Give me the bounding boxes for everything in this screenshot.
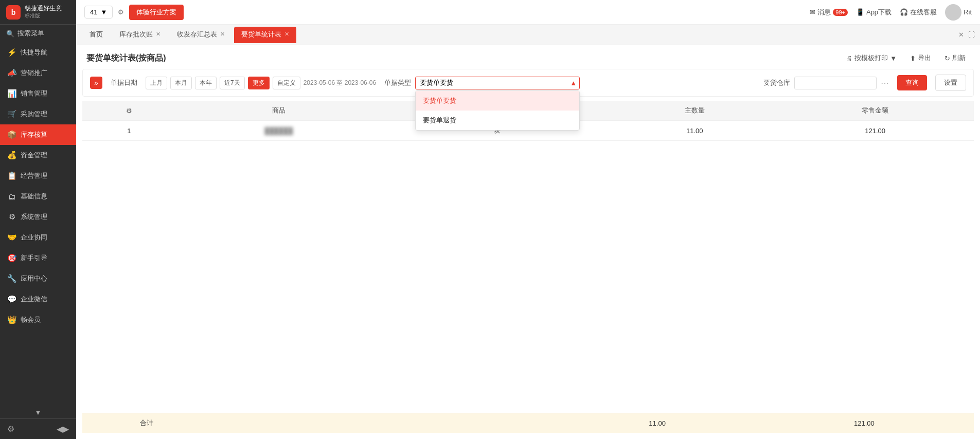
filter-row: » 单据日期 上月 本月 本年 近7天 更多 自定义 2023-05-06 至 … (90, 75, 966, 91)
sidebar-item-marketing[interactable]: 📣 营销推广 (0, 63, 76, 83)
basic-icon: 🗂 (7, 192, 16, 201)
page-title: 要货单统计表(按商品) (86, 53, 166, 64)
sidebar-item-inventory[interactable]: 📦 库存核算 (0, 124, 76, 145)
quick-icon: ⚡ (7, 48, 16, 57)
sidebar-item-label: 资金管理 (21, 151, 47, 160)
download-icon: 📱 (856, 8, 864, 16)
refresh-button[interactable]: ↻ 刷新 (940, 51, 970, 65)
cell-quantity: 11.00 (613, 121, 776, 141)
search-icon: 🔍 (6, 30, 14, 38)
sidebar-item-member[interactable]: 👑 畅会员 (0, 309, 76, 330)
sidebar-item-purchase[interactable]: 🛒 采购管理 (0, 104, 76, 124)
inventory-icon: 📦 (7, 130, 16, 139)
sidebar: b 畅捷通好生意 标准版 🔍 搜索菜单 ⚡ 快捷导航 📣 营销推广 📊 销售管理… (0, 0, 76, 439)
filter-expand-button[interactable]: » (90, 77, 102, 89)
tabbar-right: ✕ ⛶ (958, 31, 975, 39)
settings-button[interactable]: 设置 (935, 75, 966, 91)
tab-receive-summary[interactable]: 收发存汇总表 ✕ (170, 27, 232, 43)
app-logo: b 畅捷通好生意 标准版 (0, 0, 76, 25)
settings-icon[interactable]: ⚙ (7, 424, 14, 434)
sidebar-item-finance[interactable]: 💰 资金管理 (0, 145, 76, 166)
table-settings-icon[interactable]: ⚙ (126, 107, 132, 115)
message-icon: ✉ (810, 8, 815, 16)
close-all-icon[interactable]: ✕ (958, 31, 964, 39)
sidebar-item-basic[interactable]: 🗂 基础信息 (0, 186, 76, 207)
cell-product: ██████ (176, 121, 382, 141)
user-avatar[interactable]: Rit (945, 4, 972, 21)
type-filter-group: 单据类型 ▲ 要货单要货 要货单退货 (384, 77, 755, 89)
system-icon: ⚙ (7, 212, 16, 222)
sidebar-item-system[interactable]: ⚙ 系统管理 (0, 207, 76, 227)
tab-home[interactable]: 首页 (82, 27, 110, 43)
online-service-label: 在线客服 (910, 8, 937, 17)
sidebar-bottom: ⚙ ◀▶ (0, 418, 76, 439)
tab-inventory-batch-close[interactable]: ✕ (156, 31, 161, 38)
online-service-button[interactable]: 🎧 在线客服 (900, 8, 937, 17)
footer-amount: 121.00 (761, 419, 968, 427)
topbar: 41 ▼ ⚙ 体验行业方案 ✉ 消息 99+ 📱 App下载 🎧 在线客服 R (76, 0, 980, 25)
date-btn-this-month[interactable]: 本月 (170, 77, 192, 89)
sidebar-nav: ⚡ 快捷导航 📣 营销推广 📊 销售管理 🛒 采购管理 📦 库存核算 💰 资金管… (0, 42, 76, 407)
date-filter-group: 上月 本月 本年 近7天 更多 自定义 2023-05-06 至 2023-06… (146, 77, 376, 89)
wechat-icon: 💬 (7, 295, 16, 304)
message-button[interactable]: ✉ 消息 99+ (810, 8, 848, 17)
sidebar-item-label: 企业微信 (21, 295, 47, 304)
tab-receive-summary-label: 收发存汇总表 (177, 30, 217, 39)
chevron-up-icon[interactable]: ▲ (570, 79, 577, 87)
sidebar-item-label: 快捷导航 (21, 48, 47, 57)
date-btn-7days[interactable]: 近7天 (220, 77, 245, 89)
query-button[interactable]: 查询 (897, 75, 927, 90)
gear-icon[interactable]: ⚙ (118, 8, 124, 16)
collapse-icon[interactable]: ◀▶ (57, 424, 69, 434)
sidebar-item-enterprise[interactable]: 🤝 企业协同 (0, 227, 76, 248)
dropdown-item-order-return[interactable]: 要货单退货 (416, 111, 579, 130)
product-name: ██████ (264, 127, 293, 135)
date-range-display: 2023-05-06 至 2023-06-06 (304, 79, 376, 87)
sidebar-item-label: 营销推广 (21, 68, 47, 78)
tab-inventory-batch[interactable]: 库存批次账 ✕ (112, 27, 168, 43)
print-button[interactable]: 🖨 按模板打印 ▼ (842, 51, 901, 65)
topbar-left: 41 ▼ ⚙ 体验行业方案 (84, 5, 184, 20)
logo-icon: b (6, 5, 21, 20)
store-selector[interactable]: 41 ▼ (84, 6, 113, 19)
sidebar-item-wechat[interactable]: 💬 企业微信 (0, 289, 76, 309)
date-btn-this-year[interactable]: 本年 (195, 77, 217, 89)
footer-total-label: 合计 (130, 418, 347, 428)
table-footer: 合计 11.00 121.00 (82, 413, 974, 433)
type-select-input[interactable] (415, 77, 580, 89)
col-settings[interactable]: ⚙ (82, 101, 176, 121)
sidebar-search[interactable]: 🔍 搜索菜单 (0, 25, 76, 42)
sidebar-item-label: 销售管理 (21, 89, 47, 98)
tab-order-summary-close[interactable]: ✕ (284, 31, 289, 38)
sidebar-item-label: 经营管理 (21, 171, 47, 180)
data-table-container: ⚙ 商品 主计量单位 主数量 零售金额 1 ██████ 块 11.00 (82, 101, 974, 413)
tab-order-summary[interactable]: 要货单统计表 ✕ (234, 27, 296, 43)
export-icon: ⬆ (910, 54, 916, 62)
date-btn-more[interactable]: 更多 (248, 77, 270, 89)
industry-button[interactable]: 体验行业方案 (129, 5, 184, 20)
warehouse-more-icon[interactable]: ⋯ (881, 78, 889, 88)
store-name: 41 (90, 8, 97, 16)
sidebar-item-apps[interactable]: 🔧 应用中心 (0, 268, 76, 289)
maximize-icon[interactable]: ⛶ (968, 31, 975, 39)
col-product: 商品 (176, 101, 382, 121)
sidebar-item-operations[interactable]: 📋 经营管理 (0, 166, 76, 186)
date-btn-custom[interactable]: 自定义 (273, 77, 300, 89)
dropdown-item-order-goods[interactable]: 要货单要货 (416, 91, 579, 111)
export-button[interactable]: ⬆ 导出 (906, 51, 935, 65)
sidebar-item-label: 畅会员 (21, 315, 41, 324)
refresh-label: 刷新 (952, 53, 966, 63)
sidebar-item-quick[interactable]: ⚡ 快捷导航 (0, 42, 76, 63)
tab-receive-summary-close[interactable]: ✕ (220, 31, 225, 38)
sidebar-item-label: 应用中心 (21, 274, 47, 283)
sidebar-item-label: 采购管理 (21, 109, 47, 119)
sidebar-item-guide[interactable]: 🎯 新手引导 (0, 248, 76, 268)
date-btn-last-month[interactable]: 上月 (146, 77, 167, 89)
sidebar-item-label: 企业协同 (21, 233, 47, 242)
sidebar-item-sales[interactable]: 📊 销售管理 (0, 83, 76, 104)
print-label: 按模板打印 (854, 53, 888, 63)
sidebar-scroll-down[interactable]: ▼ (0, 407, 76, 418)
type-select-wrapper: ▲ 要货单要货 要货单退货 (415, 77, 580, 89)
app-download-button[interactable]: 📱 App下载 (856, 8, 892, 17)
warehouse-input[interactable] (794, 77, 877, 89)
